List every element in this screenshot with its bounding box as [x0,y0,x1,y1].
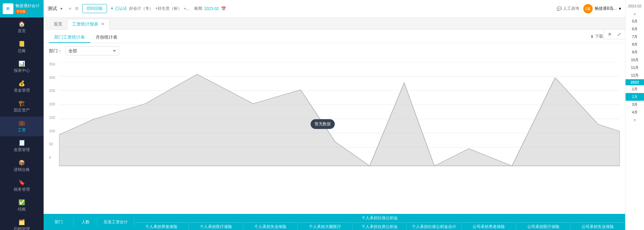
sidebar-item-invoice[interactable]: 🧾 发票管理 [0,136,44,156]
sidebar: 好 畅捷通好会计 专业版 🏠 首页 📒 总账 📊 报表中心 💰 资金管理 🏗️ … [0,0,44,230]
topbar: 测试 ▾ + ⚙ 切到旧版 ✦ 已认证 好会计（专） +好生意（标） +... … [44,0,625,17]
logo-text: 畅捷通好会计 专业版 [15,3,40,14]
col-company-pension: 公司承担养老保险 [462,223,516,230]
sub-tab-monthly[interactable]: 月份统计表 [90,32,123,43]
sidebar-item-home[interactable]: 🏠 首页 [0,17,44,37]
topbar-right: 💬 人工咨询 CE 畅捷通B迅... ▾ [557,4,621,13]
download-label: 下载 [595,34,603,39]
col-dept: 部门 [44,218,74,226]
month-5[interactable]: 5月 [626,17,644,25]
sidebar-item-label: 进销台账 [14,167,30,173]
sidebar-item-label: 归档管理 [14,226,30,230]
sidebar-item-label: 发票管理 [14,147,30,153]
funds-icon: 💰 [18,80,25,87]
col-total-salary: 应发工资合计 [97,218,134,226]
sidebar-item-archive[interactable]: 🗂️ 归档管理 [0,216,44,230]
table-header-row: 部门 人数 应发工资合计 个人承担社保公积金 个人承担养老保险 [44,214,625,230]
tab-close-button[interactable]: ✕ [101,21,105,27]
download-button[interactable]: ⬇ 下载 [590,34,603,39]
tab-salary-label: 工资统计报表 [72,21,98,27]
content-area: ✕ ⤢ 部门工资统计表 月份统计表 ⬇ 下载 ↻ 刷新 [44,30,625,230]
month-12[interactable]: 12月 [626,72,644,79]
add-button[interactable]: + [68,6,71,12]
month-7[interactable]: 7月 [626,33,644,41]
col-personal-medical-label: 个人承担医疗保险 [200,224,232,229]
close-panel-button[interactable]: ✕ [606,31,613,38]
tab-salary-report[interactable]: 工资统计报表 ✕ [67,19,110,30]
sidebar-item-label: 结账 [18,206,26,212]
sidebar-item-salary[interactable]: 💼 工资 [0,117,44,136]
float-toolbar: ✕ ⤢ [603,30,625,39]
month-1[interactable]: 1月 [626,85,644,93]
department-select[interactable]: 全部 [65,46,119,55]
sub-tabs: 部门工资统计表 月份统计表 ⬇ 下载 ↻ 刷新 [44,30,625,43]
salary-icon: 💼 [18,120,25,126]
sidebar-nav: 🏠 首页 📒 总账 📊 报表中心 💰 资金管理 🏗️ 固定资产 💼 工资 🧾 发… [0,17,44,230]
col-company-pension-label: 公司承担养老保险 [473,224,505,229]
month-9[interactable]: 9月 [626,48,644,56]
logo-badge: 专业版 [15,9,26,13]
dropdown-arrow[interactable]: ▾ [60,6,62,11]
col-personal-pension-label: 个人承担养老保险 [145,224,177,229]
month-4[interactable]: 4月 [626,108,644,116]
year-2023-group[interactable]: 2023 [626,79,644,85]
col-headcount-label: 人数 [82,220,90,224]
switch-version-button[interactable]: 切到旧版 [82,4,107,13]
topbar-status: ✦ 已认证 好会计（专） +好生意（标） +... 账期 2023-02 📅 [110,6,226,11]
month-8[interactable]: 8月 [626,41,644,48]
sidebar-item-ledger[interactable]: 📒 总账 [0,37,44,57]
month-11[interactable]: 11月 [626,64,644,72]
sidebar-item-assets[interactable]: 🏗️ 固定资产 [0,97,44,117]
year-2023-label: 2023 [631,80,639,84]
sidebar-item-tax[interactable]: 🔖 税务管理 [0,176,44,196]
col-headcount: 人数 [74,218,97,226]
help-icon: 💬 [557,6,562,11]
company-name: 测试 [48,6,57,12]
user-info[interactable]: CE 畅捷通B迅... ▾ [583,4,621,13]
tab-home[interactable]: 首页 [49,19,67,29]
tab-home-label: 首页 [54,21,62,27]
month-3[interactable]: 3月 [626,101,644,108]
col-group-header: 个人承担社保公积金 [362,216,398,220]
month-2-active[interactable]: 2月 [626,93,644,101]
sidebar-item-label: 首页 [18,28,26,34]
sidebar-item-label: 资金管理 [14,88,30,93]
filter-label: 部门： [49,48,62,54]
month-down-arrow[interactable]: ▼ [631,116,639,124]
checkout-icon: ✅ [18,199,25,205]
invoice-icon: 🧾 [18,140,25,146]
calendar-icon[interactable]: 📅 [221,6,226,11]
sidebar-item-reports[interactable]: 📊 报表中心 [0,57,44,77]
certified-status: ✦ 已认证 [110,6,127,11]
period-label: 账期 [194,6,202,11]
sidebar-item-sales[interactable]: 📦 进销台账 [0,156,44,176]
sidebar-item-label: 工资 [18,127,26,133]
col-company-unemployment: 公司承担失业保险 [571,223,625,230]
col-personal-total: 个人承担社保公积金合计 [407,223,462,230]
archive-icon: 🗂️ [18,219,25,225]
month-10[interactable]: 10月 [626,56,644,64]
col-personal-medical: 个人承担医疗保险 [189,223,244,230]
sidebar-item-label: 固定资产 [14,107,30,113]
help-button[interactable]: 💬 人工咨询 [557,6,579,11]
sidebar-item-label: 总账 [18,48,26,54]
avatar: CE [583,4,593,13]
col-personal-major-medical: 个人承担大额医疗 [298,223,353,230]
assets-icon: 🏗️ [18,100,25,106]
sub-tab-dept[interactable]: 部门工资统计表 [49,32,90,43]
ledger-icon: 📒 [18,41,25,47]
good-account-status: 好会计（专） [129,6,153,11]
col-personal-unemployment: 个人承担失业保险 [243,223,298,230]
col-personal-pension: 个人承担养老保险 [134,223,189,230]
topbar-settings-icon[interactable]: ⚙ [75,6,79,11]
col-personal-housing: 个人承担住房公积金 [353,223,407,230]
col-personal-unemployment-label: 个人承担失业保险 [254,224,286,229]
user-dropdown-icon: ▾ [619,6,621,11]
sidebar-item-checkout[interactable]: ✅ 结账 [0,196,44,216]
expand-panel-button[interactable]: ⤢ [616,31,623,38]
more-status: +... [184,6,190,11]
month-up-arrow[interactable]: ▲ [631,9,639,17]
col-dept-label: 部门 [55,220,63,224]
month-6[interactable]: 6月 [626,25,644,33]
sidebar-item-funds[interactable]: 💰 资金管理 [0,77,44,97]
